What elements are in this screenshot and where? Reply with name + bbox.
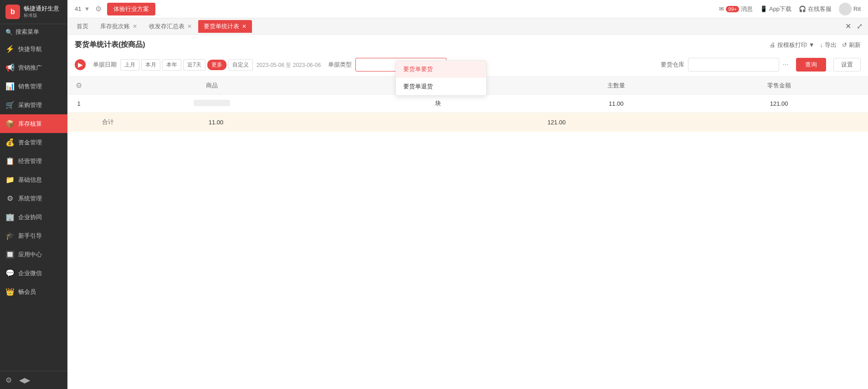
wechat-icon: 💬	[5, 269, 15, 277]
top-header: 41 ▼ ⚙ 体验行业方案 ✉ 99+ 消息 📱 App下载 🎧 在线客服 R	[67, 0, 868, 18]
date-btn-last-month[interactable]: 上月	[120, 59, 139, 71]
header-right: ✉ 99+ 消息 📱 App下载 🎧 在线客服 Rit	[719, 3, 861, 15]
marketing-icon: 📢	[5, 63, 15, 72]
logo-text-group: 畅捷通好生意 标准版	[24, 5, 59, 19]
date-btn-custom[interactable]: 自定义	[228, 59, 253, 71]
tab-maximize-btn[interactable]: ⤢	[855, 22, 864, 31]
export-btn[interactable]: ↓ 导出	[820, 41, 837, 49]
sidebar-item-appstore[interactable]: 🔲 应用中心	[0, 245, 67, 264]
date-btn-more[interactable]: 更多	[207, 60, 226, 70]
industry-btn[interactable]: 体验行业方案	[107, 3, 155, 15]
warehouse-label: 要货仓库	[661, 61, 684, 69]
sidebar-item-label: 企业协同	[18, 213, 42, 221]
sidebar-search[interactable]: 🔍 搜索菜单	[0, 24, 67, 40]
finance-icon: 💰	[5, 138, 15, 147]
print-btn[interactable]: 🖨 按模板打印 ▼	[770, 41, 815, 49]
page-actions: 🖨 按模板打印 ▼ ↓ 导出 ↺ 刷新	[770, 41, 861, 49]
sidebar-item-enterprise[interactable]: 🏢 企业协同	[0, 208, 67, 226]
tab-batch[interactable]: 库存批次账 ✕	[95, 20, 143, 33]
sidebar-item-label: 新手引导	[18, 232, 42, 240]
expand-filter-btn[interactable]: ▶	[75, 59, 86, 70]
sidebar-nav: ⚡ 快捷导航 📢 营销推广 📊 销售管理 🛒 采购管理 📦 库存核算 💰 资金管…	[0, 40, 67, 371]
tab-home-label: 首页	[77, 22, 88, 31]
print-label: 按模板打印	[777, 41, 807, 49]
sidebar-item-label: 基础信息	[18, 176, 42, 184]
cell-product	[90, 95, 334, 113]
tab-close-all-btn[interactable]: ✕	[843, 22, 853, 31]
sidebar-item-label: 快捷导航	[18, 45, 42, 53]
sidebar-item-label: 销售管理	[18, 82, 42, 91]
sidebar: b 畅捷通好生意 标准版 🔍 搜索菜单 ⚡ 快捷导航 📢 营销推广 📊 销售管理…	[0, 0, 67, 389]
date-btn-this-month[interactable]: 本月	[141, 59, 160, 71]
notification-label: 消息	[741, 5, 753, 13]
col-quantity: 主数量	[542, 77, 690, 95]
sidebar-item-purchase[interactable]: 🛒 采购管理	[0, 96, 67, 114]
date-range-text: 2023-05-06 至 2023-06-06	[257, 61, 321, 69]
user-item[interactable]: Rit	[839, 3, 861, 15]
phone-icon: 📱	[760, 5, 767, 12]
collapse-footer-btn[interactable]: ◀▶	[19, 376, 30, 384]
sidebar-item-basic[interactable]: 📁 基础信息	[0, 170, 67, 189]
guide-icon: 🎓	[5, 231, 15, 240]
sidebar-item-finance[interactable]: 💰 资金管理	[0, 133, 67, 152]
sidebar-item-guide[interactable]: 🎓 新手引导	[0, 226, 67, 245]
header-store[interactable]: 41 ▼	[75, 5, 90, 12]
type-filter-label: 单据类型	[328, 61, 352, 69]
tabs-bar-end: ✕ ⤢	[843, 22, 864, 31]
tab-order-summary-label: 要货单统计表	[204, 22, 239, 31]
sidebar-item-operation[interactable]: 📋 经营管理	[0, 152, 67, 170]
sidebar-item-member[interactable]: 👑 畅会员	[0, 282, 67, 301]
print-dropdown-icon: ▼	[809, 41, 815, 48]
member-icon: 👑	[5, 287, 15, 296]
sidebar-item-label: 库存核算	[18, 120, 42, 128]
notification-icon: ✉	[719, 5, 724, 12]
online-service-item[interactable]: 🎧 在线客服	[799, 5, 832, 13]
query-btn[interactable]: 查询	[796, 58, 826, 72]
tab-receivable-label: 收发存汇总表	[149, 22, 185, 31]
notification-badge: 99+	[726, 6, 739, 12]
setting-btn[interactable]: 设置	[833, 58, 861, 72]
warehouse-input[interactable]	[688, 58, 779, 72]
sidebar-item-system[interactable]: ⚙ 系统管理	[0, 189, 67, 208]
tab-receivable[interactable]: 收发存汇总表 ✕	[144, 20, 197, 33]
sales-icon: 📊	[5, 82, 15, 91]
store-number: 41	[75, 5, 81, 12]
sidebar-logo: b 畅捷通好生意 标准版	[0, 0, 67, 24]
tab-home[interactable]: 首页	[71, 20, 94, 33]
sidebar-item-marketing[interactable]: 📢 营销推广	[0, 58, 67, 77]
online-service-label: 在线客服	[808, 5, 832, 13]
tab-order-summary[interactable]: 要货单统计表 ✕	[198, 20, 252, 33]
dropdown-item-label: 要货单退货	[403, 83, 433, 90]
dropdown-arrow-icon: ▼	[84, 5, 90, 12]
logo-sub: 标准版	[24, 12, 59, 19]
notification-item[interactable]: ✉ 99+ 消息	[719, 5, 753, 13]
cell-amount: 121.00	[690, 95, 868, 113]
tab-receivable-close[interactable]: ✕	[187, 23, 192, 30]
sidebar-item-quick-nav[interactable]: ⚡ 快捷导航	[0, 40, 67, 58]
cell-quantity: 11.00	[542, 95, 690, 113]
sidebar-item-sales[interactable]: 📊 销售管理	[0, 77, 67, 96]
date-btn-this-year[interactable]: 本年	[162, 59, 181, 71]
more-filter-btn[interactable]: ···	[783, 61, 789, 69]
date-btn-7days[interactable]: 近7天	[183, 59, 205, 71]
col-settings: ⚙	[67, 77, 90, 95]
search-icon: 🔍	[5, 29, 13, 36]
quick-nav-icon: ⚡	[5, 45, 15, 53]
tabs-bar: 首页 库存批次账 ✕ 收发存汇总表 ✕ 要货单统计表 ✕ ✕ ⤢	[67, 18, 868, 35]
product-placeholder	[194, 100, 230, 106]
page-title: 要货单统计表(按商品)	[75, 40, 145, 50]
tab-order-summary-close[interactable]: ✕	[242, 23, 247, 30]
dropdown-item-order-return[interactable]: 要货单退货	[396, 78, 486, 95]
table-settings-icon[interactable]: ⚙	[76, 82, 82, 89]
refresh-label: 刷新	[849, 41, 861, 49]
sidebar-item-inventory[interactable]: 📦 库存核算	[0, 114, 67, 133]
app-download-item[interactable]: 📱 App下载	[760, 5, 791, 13]
appstore-icon: 🔲	[5, 250, 15, 259]
settings-icon[interactable]: ⚙	[95, 5, 102, 13]
sidebar-item-wechat[interactable]: 💬 企业微信	[0, 264, 67, 282]
dropdown-item-order-goods[interactable]: 要货单要货	[396, 61, 486, 78]
settings-footer-btn[interactable]: ⚙	[5, 376, 12, 384]
refresh-btn[interactable]: ↺ 刷新	[842, 41, 861, 49]
basic-icon: 📁	[5, 175, 15, 184]
tab-batch-close[interactable]: ✕	[133, 23, 137, 30]
